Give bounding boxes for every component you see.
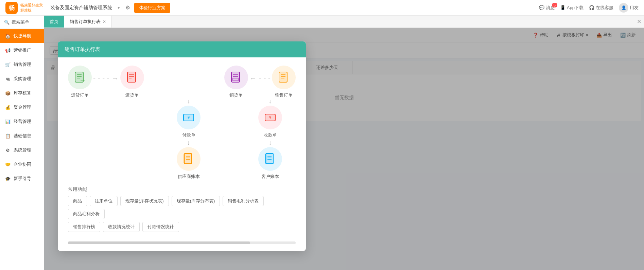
flow-node-customer-ledger[interactable]: 客户账本 <box>258 147 282 180</box>
modal-overlay[interactable]: 销售订单执行表 进货订单 <box>44 28 644 270</box>
payment-icon: ¥ <box>177 106 201 129</box>
btn-goods[interactable]: 商品 <box>68 196 87 206</box>
purchase-order-icon <box>68 66 92 89</box>
system-title: 装备及固定资产辅助管理系统 <box>50 5 112 11</box>
sidebar: 🔍 搜索菜单 🏠 快捷导航 📢 营销推广 🛒 销售管理 🛍 <box>0 16 44 270</box>
purchase-icon: 🛍 <box>5 76 11 82</box>
search-menu[interactable]: 🔍 搜索菜单 <box>0 16 44 29</box>
sidebar-item-finance[interactable]: 💰 资金管理 <box>0 100 44 114</box>
flow-node-purchase-order[interactable]: 进货订单 <box>68 66 92 98</box>
logo-text: 畅康通好生意 标准版 <box>20 3 43 13</box>
svg-rect-36 <box>265 154 266 163</box>
modal-scrollbar-thumb <box>68 241 250 244</box>
supplier-ledger-icon <box>177 147 201 171</box>
modal-box: 销售订单执行表 进货订单 <box>58 41 306 251</box>
arrow-down-2: ↓ <box>269 98 272 104</box>
tab-sales-exec[interactable]: 销售订单执行表 ✕ <box>64 16 112 28</box>
sidebar-item-operations[interactable]: 📊 经营管理 <box>0 114 44 129</box>
modal-scrollbar[interactable] <box>68 241 296 244</box>
common-functions-title: 常用功能 <box>68 186 296 193</box>
btn-payment-stats[interactable]: 付款情况统计 <box>142 222 179 232</box>
svg-rect-22 <box>184 154 192 164</box>
flow-node-sales-bill[interactable]: 销货单 <box>224 66 248 98</box>
sidebar-item-guide[interactable]: 🎓 新手引导 <box>0 172 44 186</box>
system-icon: ⚙ <box>5 147 11 153</box>
user-menu[interactable]: 👤 用友 <box>619 3 639 13</box>
flow-row-2: ↓ ¥ 付款单 ↓ <box>68 98 296 180</box>
sidebar-item-collab[interactable]: 🤝 企业协同 <box>0 157 44 172</box>
btn-sales-margin[interactable]: 销售毛利分析表 <box>223 196 264 206</box>
flow-node-receipt[interactable]: ¥ 收款单 <box>258 106 282 138</box>
receipt-label: 收款单 <box>264 132 277 138</box>
btn-contacts[interactable]: 往来单位 <box>90 196 118 206</box>
inventory-icon: 📦 <box>5 90 11 96</box>
sidebar-nav: 🏠 快捷导航 📢 营销推广 🛒 销售管理 🛍 采购管理 📦 库存核 <box>0 29 44 270</box>
supplier-ledger-label: 供应商账本 <box>178 174 200 180</box>
svg-rect-14 <box>279 72 287 82</box>
sidebar-item-quick-nav[interactable]: 🏠 快捷导航 <box>0 29 44 43</box>
settings-icon[interactable]: ⚙ <box>125 4 130 11</box>
sales-order-icon <box>272 66 296 89</box>
sidebar-item-basic-info[interactable]: 📋 基础信息 <box>0 129 44 143</box>
sidebar-item-sales[interactable]: 🛒 销售管理 <box>0 57 44 72</box>
message-button[interactable]: 💬 消息 5 <box>539 5 555 11</box>
btn-stock-status[interactable]: 现存量(库存状况表) <box>120 196 169 206</box>
flow-diagram: 进货订单 - - - - → <box>58 57 306 183</box>
trial-button[interactable]: 体验行业方案 <box>134 3 170 13</box>
sidebar-item-system[interactable]: ⚙ 系统管理 <box>0 143 44 157</box>
arrow-1: - - - - → <box>92 74 120 83</box>
sidebar-item-marketing[interactable]: 📢 营销推广 <box>0 43 44 57</box>
window-close-icon[interactable]: ✕ <box>637 18 641 25</box>
service-icon: 🎧 <box>589 5 594 10</box>
online-service-button[interactable]: 🎧 在线客服 <box>589 5 613 11</box>
arrow-down-1: ↓ <box>187 98 190 104</box>
tab-bar: 首页 销售订单执行表 ✕ ✕ <box>44 16 644 28</box>
search-icon: 🔍 <box>4 20 10 25</box>
flow-node-supplier-ledger[interactable]: 供应商账本 <box>177 147 201 180</box>
main-area: 🔍 搜索菜单 🏠 快捷导航 📢 营销推广 🛒 销售管理 🛍 <box>0 16 644 270</box>
flow-node-purchase-bill[interactable]: 进货单 <box>120 66 144 98</box>
receipt-col: ↓ ¥ 收款单 ↓ <box>258 98 282 180</box>
btn-receipt-stats[interactable]: 收款情况统计 <box>103 222 140 232</box>
system-dropdown-icon[interactable]: ▾ <box>116 4 121 12</box>
message-badge: 5 <box>552 3 557 7</box>
app-download-button[interactable]: 📱 App下载 <box>560 5 584 11</box>
home-icon: 🏠 <box>5 33 11 39</box>
arrow-down-4: ↓ <box>269 140 272 146</box>
user-avatar: 👤 <box>619 3 628 13</box>
btn-goods-margin[interactable]: 商品毛利分析 <box>68 209 105 219</box>
logo-icon: 畅 <box>5 2 18 14</box>
arrow-down-3: ↓ <box>187 140 190 146</box>
finance-icon: 💰 <box>5 104 11 110</box>
tab-home[interactable]: 首页 <box>44 16 64 28</box>
svg-text:¥: ¥ <box>269 115 272 120</box>
collab-icon: 🤝 <box>5 161 11 167</box>
purchase-order-label: 进货订单 <box>71 92 89 98</box>
btn-sales-rank[interactable]: 销售排行榜 <box>68 222 100 232</box>
payment-col: ↓ ¥ 付款单 ↓ <box>177 98 201 180</box>
svg-rect-0 <box>75 72 83 82</box>
sidebar-item-purchase[interactable]: 🛍 采购管理 <box>0 72 44 86</box>
sales-icon: 🛒 <box>5 61 11 68</box>
sidebar-item-inventory[interactable]: 📦 库存核算 <box>0 86 44 100</box>
customer-ledger-icon <box>258 147 282 171</box>
payment-label: 付款单 <box>182 132 195 138</box>
flow-node-sales-order[interactable]: 销售订单 <box>272 66 296 98</box>
svg-rect-31 <box>266 154 273 164</box>
tab-close-icon[interactable]: ✕ <box>103 19 106 24</box>
modal-title: 销售订单执行表 <box>65 46 100 53</box>
flow-row-1: 进货订单 - - - - → <box>68 66 296 98</box>
receipt-icon: ¥ <box>258 106 282 129</box>
page-content: ❓ 帮助 🖨 按模板打印 ▾ 📤 导出 🔄 刷新 <box>44 28 644 270</box>
purchase-bill-icon <box>120 66 144 89</box>
message-icon: 💬 <box>539 5 544 10</box>
btn-stock-dist[interactable]: 现存量(库存分布表) <box>172 196 220 206</box>
modal-header: 销售订单执行表 <box>58 41 306 57</box>
sales-bill-label: 销货单 <box>229 92 243 98</box>
flow-node-payment[interactable]: ¥ 付款单 <box>177 106 201 138</box>
header-left: 畅 畅康通好生意 标准版 装备及固定资产辅助管理系统 ▾ ⚙ 体验行业方案 <box>5 2 170 14</box>
guide-icon: 🎓 <box>5 176 11 182</box>
common-buttons-row1: 商品 往来单位 现存量(库存状况表) 现存量(库存分布表) 销售毛利分析表 商品… <box>68 196 296 219</box>
marketing-icon: 📢 <box>5 47 11 53</box>
basic-info-icon: 📋 <box>5 133 11 139</box>
